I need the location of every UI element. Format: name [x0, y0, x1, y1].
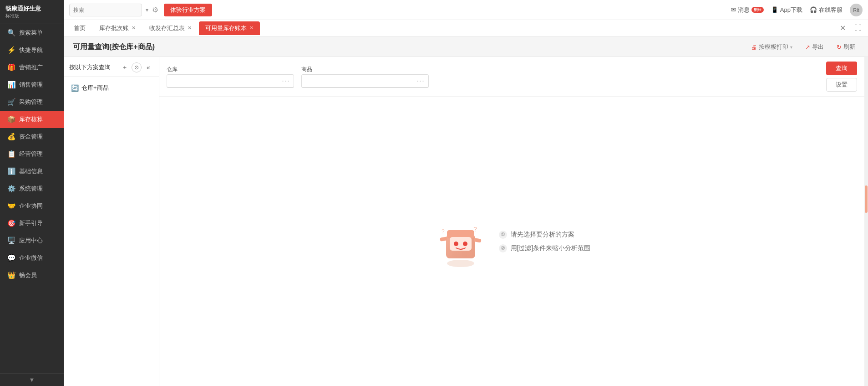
sidebar-icon-sales: 📊: [7, 81, 15, 89]
sidebar-label-newbie: 新手引导: [19, 219, 43, 227]
settings-button[interactable]: 设置: [826, 78, 857, 92]
message-item[interactable]: ✉ 消息 99+: [731, 6, 764, 14]
sidebar-item-appstore[interactable]: 🖥️ 应用中心: [0, 232, 64, 249]
maximize-button[interactable]: ⛶: [852, 22, 864, 35]
topbar: ▾ ⚙ 体验行业方案 ✉ 消息 99+ 📱 App下载 🎧 在线客服 Rit: [64, 0, 868, 20]
goods-label: 商品: [301, 66, 429, 73]
empty-state: ? ? ① 请先选择要分析的方案: [159, 97, 864, 386]
sidebar-item-collab[interactable]: 🤝 企业协同: [0, 197, 64, 215]
industry-solution-button[interactable]: 体验行业方案: [164, 4, 212, 16]
sidebar-label-wechat: 企业微信: [19, 254, 43, 262]
print-label: 按模板打印: [759, 43, 788, 51]
tab-close-collect[interactable]: ✕: [188, 25, 192, 31]
topbar-search-box[interactable]: [69, 4, 142, 16]
sidebar-label-finance: 资金管理: [19, 133, 43, 141]
svg-text:?: ?: [442, 228, 445, 235]
tab-close-available[interactable]: ✕: [249, 25, 254, 31]
right-scrollbar[interactable]: [864, 57, 868, 386]
sidebar-icon-collab: 🤝: [7, 202, 15, 210]
filter-panel-title: 按以下方案查询: [69, 63, 111, 72]
sidebar-icon-finance: 💰: [7, 133, 15, 141]
sidebar-icon-appstore: 🖥️: [7, 237, 15, 245]
query-bar: 仓库 ··· 商品 ··· 查询 设置: [159, 57, 864, 97]
sidebar-label-marketing: 营销推广: [19, 63, 43, 72]
sidebar-icon-marketing: 🎁: [7, 63, 15, 72]
export-button[interactable]: ↗ 导出: [802, 41, 827, 53]
tab-label-home: 首页: [74, 24, 86, 32]
svg-text:?: ?: [473, 226, 477, 233]
content-area: 按以下方案查询 + ⊙ « 🔄 仓库+商品 仓库 ···: [64, 57, 868, 386]
main-content: 仓库 ··· 商品 ··· 查询 设置: [159, 57, 864, 386]
user-avatar[interactable]: Rit: [850, 4, 863, 16]
sidebar-item-basic[interactable]: ℹ️ 基础信息: [0, 163, 64, 180]
tab-home[interactable]: 首页: [67, 21, 92, 35]
filter-add-button[interactable]: +: [120, 62, 130, 72]
sidebar-item-newbie[interactable]: 🎯 新手引导: [0, 215, 64, 232]
print-chevron-icon: ▾: [790, 45, 792, 50]
sidebar-icon-system: ⚙️: [7, 185, 15, 193]
tab-collect[interactable]: 收发存汇总表✕: [143, 21, 198, 35]
message-label: 消息: [738, 6, 750, 14]
tab-available[interactable]: 可用量库存账本✕: [199, 21, 260, 35]
sidebar-item-shortcut[interactable]: ⚡ 快捷导航: [0, 41, 64, 59]
sidebar-item-sales[interactable]: 📊 销售管理: [0, 76, 64, 93]
print-icon: 🖨: [751, 44, 757, 51]
query-actions: 查询 设置: [826, 62, 857, 92]
svg-point-5: [454, 242, 458, 246]
filter-item-warehouse-goods[interactable]: 🔄 仓库+商品: [64, 80, 159, 96]
filter-panel: 按以下方案查询 + ⊙ « 🔄 仓库+商品: [64, 57, 159, 386]
sidebar-item-search[interactable]: 🔍 搜索菜单: [0, 24, 64, 41]
refresh-icon: ↻: [837, 44, 842, 51]
app-download-item[interactable]: 📱 App下载: [771, 6, 802, 14]
sidebar-icon-purchase: 🛒: [7, 98, 15, 106]
sidebar-item-purchase[interactable]: 🛒 采购管理: [0, 93, 64, 111]
sidebar-logo-title: 畅康通好生意: [5, 5, 58, 13]
sidebar-nav: 🔍 搜索菜单⚡ 快捷导航🎁 营销推广📊 销售管理🛒 采购管理📦 库存核算💰 资金…: [0, 24, 64, 373]
sidebar-label-basic: 基础信息: [19, 167, 43, 175]
filter-panel-actions: + ⊙ «: [120, 62, 153, 72]
main-area: ▾ ⚙ 体验行业方案 ✉ 消息 99+ 📱 App下载 🎧 在线客服 Rit 首: [64, 0, 868, 386]
online-service-label: 在线客服: [819, 6, 843, 14]
warehouse-input[interactable]: ···: [167, 74, 294, 88]
empty-tip-1-text: 请先选择要分析的方案: [511, 231, 574, 239]
tab-close-batch[interactable]: ✕: [132, 25, 136, 31]
topbar-gear-icon[interactable]: ⚙: [152, 5, 158, 14]
svg-point-0: [447, 260, 474, 267]
goods-more-icon[interactable]: ···: [416, 76, 425, 86]
sidebar-item-finance[interactable]: 💰 资金管理: [0, 128, 64, 145]
goods-input[interactable]: ···: [301, 74, 429, 88]
sidebar-icon-inventory: 📦: [7, 115, 15, 124]
filter-collapse-button[interactable]: «: [143, 62, 153, 72]
sidebar-label-purchase: 采购管理: [19, 98, 43, 106]
page-title: 可用量查询(按仓库+商品): [73, 42, 155, 52]
sidebar-item-inventory[interactable]: 📦 库存核算: [0, 111, 64, 128]
filter-settings-button[interactable]: ⊙: [132, 62, 142, 72]
sidebar-item-wechat[interactable]: 💬 企业微信: [0, 249, 64, 267]
sidebar-icon-wechat: 💬: [7, 254, 15, 262]
sidebar-scroll-down[interactable]: ▼: [0, 373, 64, 386]
headset-icon: 🎧: [810, 6, 817, 13]
refresh-button[interactable]: ↻ 刷新: [833, 41, 859, 53]
sidebar-item-system[interactable]: ⚙️ 系统管理: [0, 180, 64, 197]
message-badge: 99+: [751, 7, 764, 13]
sidebar-item-member[interactable]: 👑 畅会员: [0, 267, 64, 284]
print-button[interactable]: 🖨 按模板打印 ▾: [747, 41, 796, 53]
sidebar-label-search: 搜索菜单: [19, 29, 43, 37]
sidebar-item-marketing[interactable]: 🎁 营销推广: [0, 59, 64, 76]
page-header-actions: 🖨 按模板打印 ▾ ↗ 导出 ↻ 刷新: [747, 41, 859, 53]
tabsbar-right: ✕ ⛶: [836, 22, 868, 35]
topbar-chevron-icon[interactable]: ▾: [146, 7, 148, 13]
tab-batch[interactable]: 库存批次账✕: [93, 21, 142, 35]
online-service-item[interactable]: 🎧 在线客服: [810, 6, 843, 14]
query-button[interactable]: 查询: [826, 62, 857, 75]
sidebar-icon-search: 🔍: [7, 29, 15, 37]
close-tab-button[interactable]: ✕: [836, 22, 849, 35]
refresh-label: 刷新: [843, 43, 855, 51]
search-input[interactable]: [73, 7, 138, 13]
warehouse-more-icon[interactable]: ···: [282, 76, 290, 86]
sidebar-label-system: 系统管理: [19, 185, 43, 193]
sidebar-item-operations[interactable]: 📋 经营管理: [0, 145, 64, 163]
sidebar-label-sales: 销售管理: [19, 81, 43, 89]
topbar-right: ✉ 消息 99+ 📱 App下载 🎧 在线客服 Rit: [731, 4, 863, 16]
filter-item-icon: 🔄: [71, 84, 79, 92]
